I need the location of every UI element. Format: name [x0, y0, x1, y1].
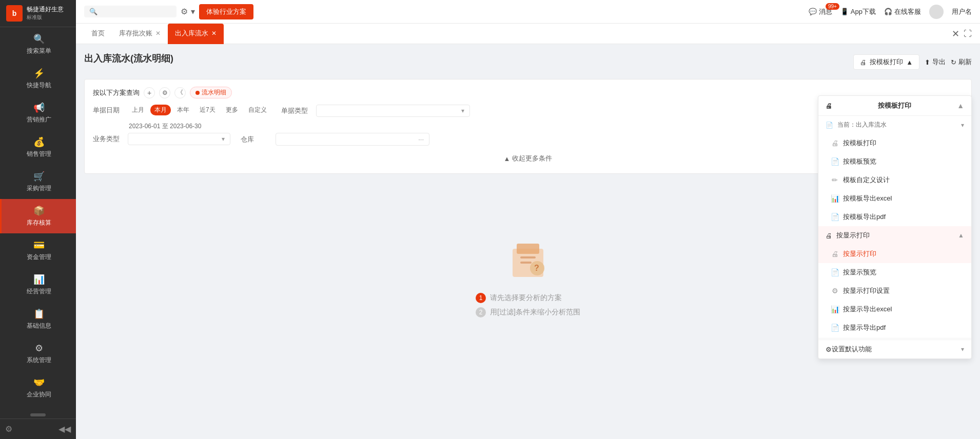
doc-type-select[interactable]: ▾ [316, 105, 470, 117]
sidebar-item-label: 系统管理 [27, 356, 51, 365]
sidebar-item-label: 快捷导航 [27, 81, 51, 90]
filter-item-date: 单据日期 上月 本月 本年 近7天 更多 自定义 [93, 105, 271, 115]
trial-button[interactable]: 体验行业方案 [199, 4, 253, 19]
message-badge: 99+ [826, 3, 839, 10]
search-bar[interactable]: 🔍 [84, 6, 177, 17]
sidebar-item-sales[interactable]: 💰 销售管理 [0, 130, 76, 165]
expand-tabs-icon[interactable]: ⛶ [964, 29, 972, 38]
dropdown-display-export-excel[interactable]: 📊 按显示导出excel [818, 300, 971, 318]
chevron-up-icon: ▲ [504, 155, 511, 163]
date-tab-more[interactable]: 更多 [222, 105, 242, 115]
settings-footer-icon[interactable]: ⚙ [5, 424, 12, 434]
pdf-icon: 📄 [831, 324, 839, 332]
message-button[interactable]: 💬 消息 99+ [809, 7, 832, 16]
header-actions: ⚙ ▾ [181, 7, 195, 16]
svg-rect-1 [517, 244, 539, 254]
sidebar-item-system[interactable]: ⚙ 系统管理 [0, 336, 76, 371]
collapse-sidebar-icon[interactable]: ◀◀ [58, 424, 71, 434]
user-name[interactable]: 用户名 [952, 7, 972, 16]
quicknav-icon: ⚡ [33, 68, 45, 79]
sidebar-item-operation[interactable]: 📊 经营管理 [0, 268, 76, 302]
sidebar-item-search[interactable]: 🔍 搜索菜单 [0, 27, 76, 62]
date-tab-last-month[interactable]: 上月 [128, 105, 148, 115]
sidebar-item-basic[interactable]: 📋 基础信息 [0, 302, 76, 336]
settings-icon: ⚙ [831, 287, 839, 295]
filter-collapse-button[interactable]: 《 [174, 87, 186, 98]
dropdown-display-print-section[interactable]: 🖨 按显示打印 ▲ [818, 226, 971, 245]
search-icon: 🔍 [33, 33, 45, 45]
page-title: 出入库流水(流水明细) [84, 52, 173, 65]
sidebar-item-collab[interactable]: 🤝 企业协同 [0, 371, 76, 405]
biz-type-select[interactable]: ▾ [128, 133, 230, 145]
tab-home[interactable]: 首页 [84, 24, 112, 44]
sidebar-item-inventory[interactable]: 📦 库存核算 [0, 199, 76, 233]
add-filter-button[interactable]: + [144, 87, 155, 98]
svg-rect-2 [520, 256, 536, 258]
chevron-down-icon[interactable]: ▾ [191, 7, 195, 16]
date-tab-7days[interactable]: 近7天 [195, 105, 220, 115]
filter-tag-dot [195, 91, 200, 95]
refresh-button[interactable]: ↻ 刷新 [951, 57, 972, 67]
filter-item-doc-type: 单据类型 ▾ [281, 105, 470, 117]
filter-tag[interactable]: 流水明细 [190, 87, 232, 98]
tab-close-inventory-batch[interactable]: ✕ [155, 30, 161, 37]
dropdown-display-export-pdf[interactable]: 📄 按显示导出pdf [818, 318, 971, 337]
logo-icon: b [6, 5, 23, 22]
sidebar-scroll [0, 411, 76, 418]
dropdown-display-preview[interactable]: 📄 按显示预览 [818, 263, 971, 282]
excel-icon: 📊 [831, 194, 839, 203]
ellipsis-icon: ··· [418, 135, 424, 143]
sidebar-item-marketing[interactable]: 📢 营销推广 [0, 96, 76, 130]
dropdown-template-export-pdf[interactable]: 📄 按模板导出pdf [818, 208, 971, 226]
gear-icon[interactable]: ⚙ [181, 7, 188, 16]
dropdown-close-arrow[interactable]: ▲ [957, 102, 964, 110]
print-dropdown-panel: 🖨 按模板打印 ▲ 📄 当前：出入库流水 ▾ 🖨 按模板打印 📄 [818, 95, 972, 359]
top-header: 🔍 ⚙ ▾ 体验行业方案 💬 消息 99+ 📱 App下载 [76, 0, 980, 24]
collapse-filters-button[interactable]: ▲ 收起更多条件 [501, 151, 556, 166]
collab-icon: 🤝 [33, 377, 45, 388]
export-icon: ⬆ [925, 58, 930, 66]
basic-icon: 📋 [33, 308, 45, 320]
system-icon: ⚙ [35, 343, 43, 354]
date-tabs: 上月 本月 本年 近7天 更多 自定义 [128, 105, 271, 115]
pdf-icon: 📄 [831, 213, 839, 221]
tab-inventory-batch[interactable]: 库存批次账 ✕ [112, 24, 168, 44]
page-content: 出入库流水(流水明细) 🖨 按模板打印 ▲ ⬆ 导出 ↻ 刷新 [76, 44, 980, 439]
dropdown-default-func[interactable]: ⚙ 设置默认功能 ▾ [818, 340, 971, 358]
dropdown-template-export-excel[interactable]: 📊 按模板导出excel [818, 189, 971, 208]
online-service-button[interactable]: 🎧 在线客服 [884, 7, 921, 16]
app-download-button[interactable]: 📱 App下载 [840, 7, 876, 16]
chevron-up-icon: ▲ [906, 58, 913, 66]
dropdown-template-custom[interactable]: ✏ 模板自定义设计 [818, 171, 971, 189]
print-button-group[interactable]: 🖨 按模板打印 ▲ [853, 54, 919, 70]
sidebar-item-finance[interactable]: 💳 资金管理 [0, 233, 76, 268]
date-tab-custom[interactable]: 自定义 [244, 105, 271, 115]
close-all-tabs-icon[interactable]: ✕ [952, 28, 959, 39]
filter-item-biztype: 业务类型 ▾ [93, 133, 230, 145]
headset-icon: 🎧 [884, 8, 892, 15]
dropdown-current-label: 📄 当前：出入库流水 ▾ [818, 116, 971, 134]
search-icon: 🔍 [89, 8, 97, 15]
tab-buttons: ✕ ⛶ [952, 28, 972, 39]
user-avatar [929, 5, 944, 19]
sidebar-item-guide[interactable]: 🎯 新手引导 [0, 405, 76, 411]
sidebar-item-quicknav[interactable]: ⚡ 快捷导航 [0, 62, 76, 96]
finance-icon: 💳 [33, 240, 45, 251]
filter-setting-button[interactable]: ⚙ [159, 87, 170, 98]
dropdown-display-print[interactable]: 🖨 按显示打印 [818, 245, 971, 263]
sidebar-item-purchase[interactable]: 🛒 采购管理 [0, 165, 76, 199]
tab-close-inout-flow[interactable]: ✕ [211, 30, 217, 37]
dropdown-template-print[interactable]: 🖨 按模板打印 [818, 134, 971, 152]
printer-icon: 🖨 [831, 139, 839, 147]
date-tab-current-month[interactable]: 本月 [150, 105, 171, 115]
dropdown-template-preview[interactable]: 📄 按模板预览 [818, 152, 971, 171]
sidebar: b 畅捷通好生意 标准版 🔍 搜索菜单 ⚡ 快捷导航 📢 营销推广 💰 [0, 0, 76, 439]
sidebar-nav: 🔍 搜索菜单 ⚡ 快捷导航 📢 营销推广 💰 销售管理 🛒 采购管理 📦 [0, 27, 76, 411]
export-button[interactable]: ⬆ 导出 [925, 57, 946, 67]
tab-inout-flow[interactable]: 出入库流水 ✕ [168, 24, 224, 44]
printer-icon: 🖨 [860, 58, 867, 66]
dropdown-display-print-settings[interactable]: ⚙ 按显示打印设置 [818, 282, 971, 300]
date-tab-current-year[interactable]: 本年 [173, 105, 193, 115]
warehouse-select[interactable]: ··· [276, 133, 429, 146]
printer-icon: 🖨 [831, 250, 839, 258]
